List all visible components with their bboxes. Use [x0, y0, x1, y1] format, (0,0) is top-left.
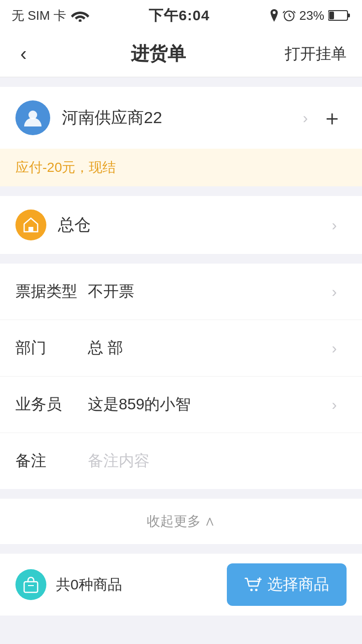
department-value: 总 部	[78, 337, 332, 359]
cart-add-icon	[244, 577, 262, 592]
department-row[interactable]: 部门 总 部 ›	[0, 320, 362, 377]
department-chevron: ›	[332, 339, 337, 357]
battery-icon	[328, 10, 350, 21]
status-bar: 无 SIM 卡 下午6:04 23%	[0, 0, 362, 31]
supplier-card: 河南供应商22 › ＋ 应付-20元，现结	[0, 87, 362, 186]
location-icon	[269, 9, 279, 22]
form-section: 票据类型 不开票 › 部门 总 部 › 业务员 这是859的小智 › 备注 备注…	[0, 264, 362, 489]
product-count-icon-circle	[15, 569, 46, 600]
svg-rect-6	[329, 12, 334, 19]
supplier-avatar	[15, 100, 50, 135]
supplier-row[interactable]: 河南供应商22 › ＋	[0, 87, 362, 149]
invoice-type-label: 票据类型	[15, 281, 78, 302]
top-divider	[0, 77, 362, 87]
supplier-name: 河南供应商22	[62, 107, 303, 129]
back-button[interactable]: ‹	[15, 38, 31, 70]
remarks-row[interactable]: 备注 备注内容	[0, 433, 362, 489]
nav-bar: ‹ 进货单 打开挂单	[0, 31, 362, 77]
person-icon	[22, 107, 43, 128]
svg-point-0	[79, 19, 82, 22]
status-right: 23%	[269, 8, 350, 23]
invoice-type-chevron: ›	[332, 283, 337, 301]
svg-line-3	[289, 16, 291, 17]
invoice-type-value: 不开票	[78, 281, 332, 302]
department-label: 部门	[15, 337, 78, 359]
status-time: 下午6:04	[149, 6, 209, 26]
salesperson-label: 业务员	[15, 394, 78, 415]
bottom-bar: 共0种商品 选择商品	[0, 554, 362, 616]
invoice-type-row[interactable]: 票据类型 不开票 ›	[0, 264, 362, 320]
warehouse-row[interactable]: 总仓 ›	[0, 196, 362, 254]
svg-rect-5	[348, 14, 350, 17]
carrier-label: 无 SIM 卡	[12, 7, 66, 24]
svg-rect-9	[24, 582, 38, 592]
select-product-button[interactable]: 选择商品	[227, 563, 347, 606]
gap-1	[0, 186, 362, 196]
collapse-label: 收起更多 ∧	[147, 514, 216, 529]
salesperson-value: 这是859的小智	[78, 394, 332, 415]
warehouse-chevron: ›	[332, 216, 337, 234]
remarks-label: 备注	[15, 450, 78, 472]
collapse-button[interactable]: 收起更多 ∧	[0, 499, 362, 544]
warehouse-card: 总仓 ›	[0, 196, 362, 254]
battery-label: 23%	[299, 8, 324, 23]
page-title: 进货单	[131, 42, 186, 66]
salesperson-row[interactable]: 业务员 这是859的小智 ›	[0, 377, 362, 433]
alarm-icon	[283, 9, 295, 22]
open-pending-button[interactable]: 打开挂单	[285, 43, 347, 65]
remarks-input[interactable]: 备注内容	[78, 450, 347, 472]
svg-point-11	[251, 589, 253, 591]
notice-banner: 应付-20元，现结	[0, 149, 362, 186]
salesperson-chevron: ›	[332, 396, 337, 414]
svg-point-12	[255, 589, 258, 591]
warehouse-name: 总仓	[58, 214, 332, 236]
wifi-icon	[71, 9, 89, 22]
svg-rect-8	[28, 227, 33, 232]
supplier-chevron: ›	[303, 109, 308, 127]
home-icon	[22, 216, 40, 234]
notice-text: 应付-20元，现结	[15, 160, 116, 175]
select-product-label: 选择商品	[267, 574, 329, 595]
status-left: 无 SIM 卡	[12, 7, 89, 24]
warehouse-icon-circle	[15, 210, 46, 240]
product-count-text: 共0种商品	[56, 575, 227, 595]
bag-icon	[22, 576, 40, 593]
add-supplier-button[interactable]: ＋	[318, 104, 347, 132]
